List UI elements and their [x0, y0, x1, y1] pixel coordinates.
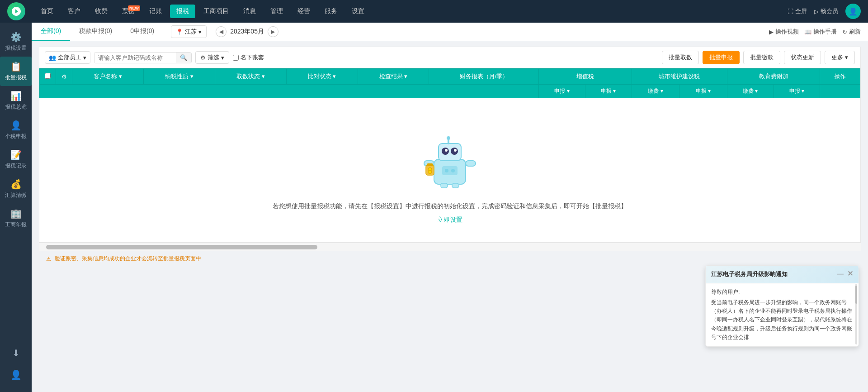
sidebar-item-annual-report[interactable]: 🏢 工商年报	[0, 204, 32, 233]
search-input[interactable]	[94, 53, 176, 63]
notification-minimize[interactable]: —	[837, 270, 844, 277]
tab-tax-declare[interactable]: 税款申报(0)	[70, 23, 121, 41]
th-operation-sub	[820, 85, 860, 98]
nav-customer[interactable]: 客户	[61, 5, 87, 18]
video-link[interactable]: ▶ 操作视频	[769, 28, 799, 36]
svg-rect-14	[442, 166, 458, 175]
user-avatar[interactable]: 👤	[845, 4, 861, 19]
nav-settings[interactable]: 设置	[345, 5, 371, 18]
fullscreen-btn[interactable]: ⛶ 全屏	[788, 7, 807, 15]
select-all-checkbox[interactable]	[45, 73, 51, 79]
tab-all[interactable]: 全部(0)	[32, 23, 70, 41]
filter-arrow-4[interactable]: ▾	[333, 73, 336, 80]
th-spacer	[40, 85, 539, 98]
batch-tax-icon: 📋	[10, 61, 22, 72]
th-settings: ⚙	[56, 69, 72, 85]
svg-point-16	[451, 169, 455, 172]
robot-svg	[420, 134, 479, 193]
tax-overview-icon: 📊	[10, 91, 22, 101]
nav-operation[interactable]: 经营	[291, 5, 316, 18]
personal-tax-icon: 👤	[10, 120, 22, 131]
filter-btn[interactable]: ⚙ 筛选 ▾	[195, 51, 229, 64]
svg-point-7	[447, 136, 450, 140]
svg-rect-17	[441, 183, 448, 188]
dropdown-arrow: ▾	[83, 54, 86, 61]
nav-tax[interactable]: 报税	[170, 5, 195, 18]
status-message: 验证账密、采集信息均成功的企业才会流转至批量报税页面中	[55, 255, 201, 263]
city-pay-filter[interactable]: ▾	[708, 88, 711, 94]
new-badge: NEW	[128, 5, 140, 11]
svg-rect-11	[427, 163, 433, 166]
th-customer-name: 客户名称 ▾	[72, 69, 144, 85]
status-update-btn[interactable]: 状态更新	[784, 51, 821, 64]
sidebar-item-tax-records[interactable]: 📝 报税记录	[0, 145, 32, 174]
sidebar-user[interactable]: 👤	[0, 365, 32, 385]
tax-records-icon: 📝	[10, 149, 22, 160]
filter-arrow-5[interactable]: ▾	[404, 73, 407, 80]
nav-accounting[interactable]: 记账	[143, 5, 168, 18]
more-btn[interactable]: 更多 ▾	[825, 51, 855, 64]
filter-arrow-2[interactable]: ▾	[190, 73, 193, 80]
nav-home[interactable]: 首页	[34, 5, 60, 18]
notification-popup: 江苏电子税务局升级影响通知 — ✕ 尊敬的用户: 受当前电子税务局进一步升级的影…	[705, 265, 859, 347]
search-button[interactable]: 🔍	[176, 53, 191, 63]
user-icon: 👤	[10, 369, 22, 380]
filter-arrow-3[interactable]: ▾	[262, 73, 265, 80]
empty-link[interactable]: 立即设置	[49, 216, 851, 224]
vat-declare-filter[interactable]: ▾	[567, 88, 570, 94]
nav-message[interactable]: 消息	[237, 5, 262, 18]
tab-zero-declare[interactable]: 0申报(0)	[121, 23, 163, 41]
nav-fee[interactable]: 收费	[89, 5, 114, 18]
edu-declare-filter[interactable]: ▾	[755, 88, 758, 94]
batch-declare-btn[interactable]: 批量申报	[703, 51, 740, 64]
refresh-icon: ↻	[842, 29, 847, 35]
notification-close-btn[interactable]: ✕	[847, 270, 853, 277]
batch-pay-btn[interactable]: 批量缴款	[743, 51, 780, 64]
province-selector[interactable]: 📍 江苏 ▾	[171, 25, 207, 38]
member-btn[interactable]: ▷ 畅会员	[814, 7, 838, 15]
manual-link[interactable]: 📖 操作手册	[804, 28, 837, 36]
sidebar-item-personal-tax[interactable]: 👤 个税申报	[0, 115, 32, 145]
employee-select[interactable]: 👥 全部员工 ▾	[45, 51, 90, 64]
edu-pay-filter[interactable]: ▾	[802, 88, 804, 94]
settings-icon[interactable]: ⚙	[61, 73, 67, 80]
sidebar-item-batch-tax[interactable]: 📋 批量报税	[0, 57, 32, 86]
notification-scrollbar-thumb[interactable]	[855, 286, 857, 304]
nav-business[interactable]: 工商项目	[197, 5, 235, 18]
svg-point-4	[445, 149, 448, 152]
batch-fetch-btn[interactable]: 批量取数	[662, 51, 699, 64]
refresh-link[interactable]: ↻ 刷新	[842, 28, 861, 36]
tax-settings-icon: ⚙️	[10, 32, 22, 43]
city-declare-filter[interactable]: ▾	[660, 88, 663, 94]
data-table: ⚙ 客户名称 ▾ 纳税性质 ▾ 取数状态 ▾	[39, 68, 860, 242]
date-display: 2023年05月	[230, 28, 264, 36]
th-city-tax: 城市维护建设税	[632, 69, 727, 85]
filter-arrow[interactable]: ▾	[119, 73, 122, 80]
horizontal-scrollbar[interactable]	[46, 245, 317, 249]
nav-invoice[interactable]: 票据 NEW	[116, 5, 141, 18]
date-prev-btn[interactable]: ◀	[216, 26, 226, 37]
sidebar-item-settlement[interactable]: 💰 汇算清缴	[0, 174, 32, 204]
svg-point-13	[428, 170, 432, 174]
notification-header: 江苏电子税务局升级影响通知 — ✕	[706, 266, 859, 283]
filter-icon: ⚙	[200, 54, 206, 61]
warning-icon: ⚠	[46, 256, 51, 262]
robot-illustration	[49, 134, 851, 193]
table-empty: 若您想使用批量报税功能，请先在【报税设置】中进行报税的初始化设置，完成密码验证和…	[40, 98, 860, 242]
account-checkbox[interactable]	[233, 55, 239, 61]
th-education-surcharge: 教育费附加	[727, 69, 820, 85]
date-next-btn[interactable]: ▶	[268, 26, 278, 37]
notification-title: 江苏电子税务局升级影响通知	[711, 270, 788, 278]
account-checkbox-label[interactable]: 名下账套	[233, 53, 264, 62]
vat-pay-filter[interactable]: ▾	[613, 88, 616, 94]
svg-point-5	[454, 149, 457, 152]
member-icon: ▷	[814, 8, 819, 15]
video-icon: ▶	[769, 29, 774, 35]
nav-service[interactable]: 服务	[318, 5, 344, 18]
app-logo[interactable]	[7, 2, 25, 20]
sidebar-download[interactable]: ⬇	[0, 343, 32, 363]
sidebar-item-tax-overview[interactable]: 📊 报税总览	[0, 86, 32, 115]
nav-manage[interactable]: 管理	[264, 5, 289, 18]
sidebar-item-tax-settings[interactable]: ⚙️ 报税设置	[0, 27, 32, 57]
more-dropdown-icon: ▾	[845, 54, 848, 61]
